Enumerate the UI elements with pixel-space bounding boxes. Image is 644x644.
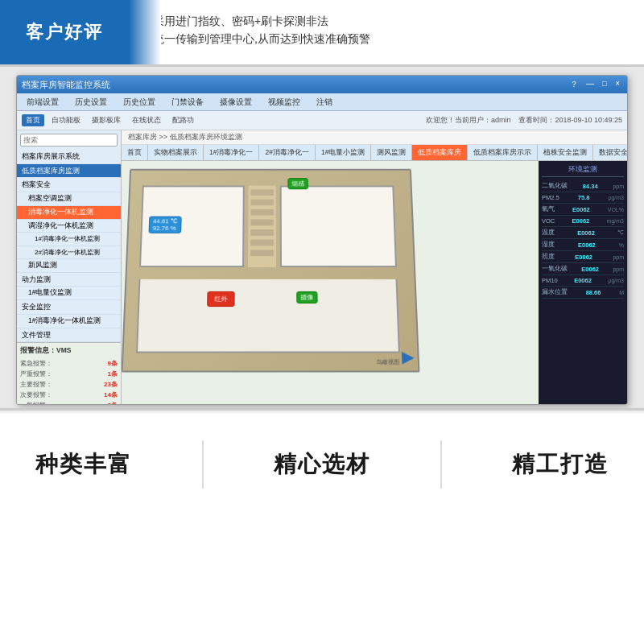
env-label-pm25: PM2.5 (542, 194, 559, 201)
tree-item-ventilation[interactable]: 新风监测 (17, 259, 121, 273)
env-label-co2: 二氧化碳 (542, 182, 568, 190)
tree-item-humid[interactable]: 调湿净化一体机监测 (17, 220, 121, 233)
alert-count-minor: 14条 (104, 390, 118, 399)
toolbar-welcome: 欢迎您！当前用户：admin (426, 116, 511, 124)
alert-row-severe: 严重报警： 1条 (20, 369, 118, 379)
nav-tab-wind[interactable]: 测风监测 (371, 145, 412, 160)
env-value-water: 88.66 (586, 289, 601, 296)
min-btn[interactable]: — (584, 79, 597, 90)
tree-item-ac[interactable]: 档案空调监测 (17, 192, 121, 206)
question-btn[interactable]: ？ (568, 79, 580, 90)
nav-tab-home[interactable]: 首页 (122, 145, 148, 160)
tree-item-safety1[interactable]: 1#消毒净化一体机监测 (17, 315, 121, 328)
toolbar-1: 首页 自功能板 摄影板库 在线状态 配路功 欢迎您！当前用户：admin 查看时… (17, 111, 627, 130)
divider-2 (440, 440, 442, 489)
env-panel: 环境监测 二氧化碳 84.34 ppm PM2.5 75.8 μg/m3 (539, 161, 627, 405)
nav-tabs: 首页 实物档案展示 1#消毒净化一 2#消毒净化一 1#电量小监测 测风监测 低… (122, 145, 627, 161)
env-value-co2: 84.34 (583, 183, 598, 190)
env-label-oxygen: 氧气 (542, 205, 555, 213)
alert-row-major: 主要报警： 23条 (20, 379, 118, 390)
env-unit-humid: % (619, 242, 624, 248)
env-row-pm10: PM10 E0062 μg/m3 (542, 275, 624, 287)
infrared-sensor: 红外 (207, 291, 235, 307)
top-banner-right: 采用进门指纹、密码+刷卡探测非法 统一传输到管理中心,从而达到快速准确预警 (129, 0, 644, 64)
floor-plan-base: 44.61 ℃92.76 % 烟感 红外 摄像 ▶ 鸟瞰视图 (122, 169, 419, 373)
env-value-humid: E0062 (578, 242, 596, 249)
env-value-pm25: 75.8 (578, 194, 590, 201)
bottom-banner: 种类丰富 精心选材 精工打造 (0, 411, 644, 515)
floor-plan-container: 44.61 ℃92.76 % 烟感 红外 摄像 ▶ 鸟瞰视图 (126, 165, 423, 382)
max-btn[interactable]: □ (600, 79, 609, 90)
alert-count-general: 2条 (108, 401, 118, 405)
env-label-co: 一氧化碳 (542, 265, 568, 273)
tree-item-dis1[interactable]: 1#消毒净化一体机监测 (17, 233, 121, 246)
tree-item-disinfect[interactable]: 消毒净化一体机监测 (17, 206, 121, 220)
tree-item-power[interactable]: 动力监测 (17, 273, 121, 287)
toolbar-tab-config[interactable]: 配路功 (168, 114, 198, 126)
alert-row-minor: 次要报警： 14条 (20, 390, 118, 400)
tree-item-security[interactable]: 档案安全 (17, 178, 121, 192)
tree-item-file-mgmt[interactable]: 文件管理 (17, 328, 121, 343)
env-unit-co: ppm (613, 266, 624, 272)
breadcrumb-text: 档案库房 >> 低质档案库房环境监测 (128, 132, 242, 142)
menu-item-camera[interactable]: 摄像设置 (215, 95, 257, 109)
toolbar-tab-photo[interactable]: 摄影板库 (88, 114, 125, 126)
env-label-humid: 湿度 (542, 241, 555, 249)
menu-item-video[interactable]: 视频监控 (263, 95, 305, 109)
nav-tab-plant-safety[interactable]: 植株安全监测 (538, 145, 593, 160)
env-unit-voc: mg/m3 (607, 218, 624, 224)
nav-tab-low-display[interactable]: 低质档案库房示示 (468, 145, 538, 160)
env-unit-pm25: μg/m3 (608, 195, 624, 200)
tree-item-dis2[interactable]: 2#消毒净化一体机监测 (17, 246, 121, 259)
alert-panel: 报警信息：VMS 紧急报警： 9条 严重报警： 1条 主要报警： 23条 次要 (17, 342, 121, 405)
toolbar-tab-home[interactable]: 首页 (22, 114, 44, 126)
alert-count-critical: 9条 (108, 359, 118, 368)
nav-tab-dis2[interactable]: 2#消毒净化一 (259, 145, 315, 160)
alert-row-general: 一般报警： 2条 (20, 400, 118, 405)
env-value-co: E0062 (581, 266, 599, 273)
search-input[interactable] (20, 134, 118, 147)
env-title: 环境监测 (542, 164, 624, 177)
nav-arrow[interactable]: ▶ (402, 348, 414, 366)
smoke-sensor: 烟感 (287, 178, 308, 189)
customer-review-label: 客户好评 (26, 20, 103, 44)
toolbar-tab-online[interactable]: 在线状态 (128, 114, 165, 126)
tree-item-safety[interactable]: 安全监控 (17, 300, 121, 315)
alert-count-severe: 1条 (108, 369, 118, 378)
nav-tab-low-archive[interactable]: 低质档案库房 (412, 145, 468, 160)
env-value-light: E0062 (575, 254, 592, 261)
nav-tab-archive-display[interactable]: 实物档案展示 (148, 145, 204, 160)
menu-item-location[interactable]: 历史位置 (118, 95, 160, 109)
env-row-oxygen: 氧气 E0062 VOL% (542, 204, 624, 216)
sidebar-search-area (17, 130, 121, 150)
tree-item-power1[interactable]: 1#电量仪监测 (17, 287, 121, 300)
nav-tab-data-safety[interactable]: 数据安全监测 (593, 145, 627, 160)
env-row-water: 漏水位置 88.66 M (542, 287, 624, 299)
right-room (280, 186, 397, 267)
toolbar-time: 查看时间：2018-09-10 10:49:25 (518, 116, 622, 124)
tree-item-low-archive[interactable]: 低质档案库房监测 (17, 164, 121, 179)
env-row-humid: 湿度 E0062 % (542, 239, 624, 251)
nav-tab-dis1[interactable]: 1#消毒净化一 (204, 145, 259, 160)
env-value-voc: E0062 (572, 217, 590, 225)
bottom-room (136, 279, 400, 353)
tree-item-archive-system[interactable]: 档案库房展示系统 (17, 150, 121, 164)
alert-label-general: 一般报警： (20, 401, 52, 405)
menu-item-history[interactable]: 历史设置 (70, 95, 112, 109)
env-value-temp: E0062 (577, 229, 595, 237)
toolbar-left: 首页 自功能板 摄影板库 在线状态 配路功 (22, 114, 198, 126)
nav-tab-electric[interactable]: 1#电量小监测 (316, 145, 371, 160)
top-banner: 客户好评 采用进门指纹、密码+刷卡探测非法 统一传输到管理中心,从而达到快速准确… (0, 0, 644, 64)
toolbar-tab-func[interactable]: 自功能板 (47, 114, 85, 126)
env-row-co2: 二氧化碳 84.34 ppm (542, 180, 624, 192)
sw1-content: 44.61 ℃92.76 % 烟感 红外 摄像 ▶ 鸟瞰视图 (122, 161, 627, 405)
screenshot-area: 档案库房智能监控系统 ？ — □ × 前端设置 历史设置 历史位置 门禁设备 摄… (0, 64, 644, 411)
close-btn[interactable]: × (613, 79, 622, 90)
software-window-1: 档案库房智能监控系统 ？ — □ × 前端设置 历史设置 历史位置 门禁设备 摄… (16, 75, 628, 405)
menu-item-door[interactable]: 门禁设备 (167, 95, 208, 109)
menu-item-setup[interactable]: 前端设置 (22, 95, 64, 109)
menu-item-logout[interactable]: 注销 (312, 95, 337, 109)
env-label-voc: VOC (542, 217, 555, 225)
alert-label-severe: 严重报警： (20, 369, 52, 378)
env-unit-co2: ppm (613, 184, 624, 189)
